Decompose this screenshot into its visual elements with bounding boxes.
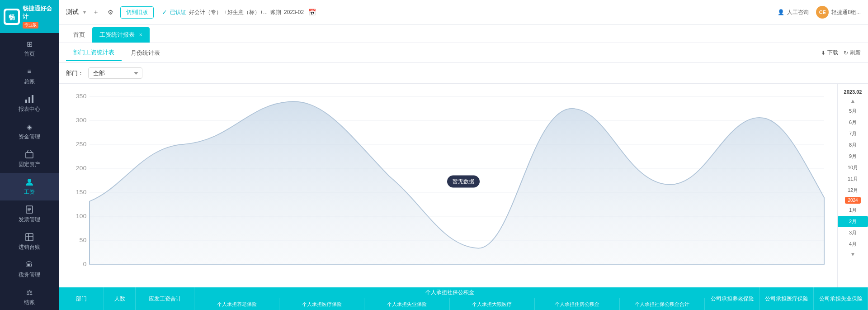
refresh-icon: ↻: [844, 50, 848, 56]
timeline-month-12[interactable]: 12月: [838, 185, 868, 196]
chart-tooltip: 暂无数据: [447, 176, 480, 188]
svg-rect-5: [26, 153, 33, 158]
sidebar-item-reports[interactable]: 报表中心: [0, 90, 59, 118]
sidebar-label-tax: 税务管理: [19, 271, 40, 279]
timeline-month-4[interactable]: 4月: [838, 238, 868, 250]
settings-gear-icon[interactable]: ⚙: [105, 7, 116, 18]
logo-icon: 畅: [4, 9, 20, 25]
product-tag2: +好生意（标）+...: [224, 9, 268, 16]
user-profile[interactable]: CE 轻捷通8组...: [816, 6, 861, 19]
col-group-individual-subs: 个人承担养老保险 个人承担医疗保险 个人承担失业保险 个人承担大额医疗 个人承担…: [194, 298, 705, 310]
col-headcount: 人数: [104, 287, 136, 310]
certified-check-icon: ✓: [162, 9, 167, 16]
svg-text:200: 200: [76, 165, 87, 172]
col-individual-pension: 个人承担养老保险: [194, 298, 279, 310]
subtab-bar: 部门工资统计表 月份统计表 ⬇ 下载 ↻ 刷新: [59, 43, 868, 63]
timeline-current-year: 2024: [845, 197, 860, 204]
timeline-month-10[interactable]: 10月: [838, 162, 868, 173]
sidebar-item-tax[interactable]: 🏛 税务管理: [0, 256, 59, 283]
sidebar-item-salary[interactable]: 工资: [0, 173, 59, 200]
sidebar-item-invoice[interactable]: 发票管理: [0, 200, 59, 228]
sidebar-label-funds: 资金管理: [19, 133, 40, 141]
timeline-month-11[interactable]: 11月: [838, 173, 868, 185]
sidebar: 畅 畅捷通好会计 专业版 ⊞ 首页 ≡ 总账 报表中心 ◈ 资金管理: [0, 0, 59, 310]
sidebar-label-ledger: 总账: [24, 78, 35, 86]
tab-close-icon[interactable]: ×: [139, 32, 142, 38]
col-dept: 部门: [59, 287, 104, 310]
help-icon: 👤: [778, 9, 784, 15]
tabbar: 首页 工资统计报表 ×: [59, 25, 868, 43]
svg-point-6: [28, 179, 31, 182]
sidebar-item-ledger[interactable]: ≡ 总账: [0, 62, 59, 90]
tab-home[interactable]: 首页: [66, 27, 92, 43]
sidebar-item-home[interactable]: ⊞ 首页: [0, 35, 59, 62]
switch-old-btn[interactable]: 切到旧版: [120, 6, 154, 19]
topbar: 测试 ▾ ＋ ⚙ 切到旧版 ✓ 已认证 好会计（专） +好生意（标）+... 账…: [59, 0, 868, 25]
period-label: 账期: [270, 9, 281, 16]
sidebar-label-sales: 进销台账: [19, 243, 40, 251]
col-total-salary: 应发工资合计: [136, 287, 194, 310]
download-btn[interactable]: ⬇ 下载: [821, 49, 838, 57]
subtab-monthly-stats[interactable]: 月份统计表: [123, 45, 167, 61]
timeline-month-1[interactable]: 1月: [838, 205, 868, 216]
svg-text:100: 100: [76, 213, 87, 219]
subtab-dept-stats[interactable]: 部门工资统计表: [66, 45, 122, 61]
dept-filter-label: 部门：: [66, 69, 84, 77]
sidebar-item-sales[interactable]: 进销台账: [0, 228, 59, 256]
sidebar-label-close-period: 结账: [24, 299, 35, 306]
logo-badge: 专业版: [23, 22, 38, 29]
col-company-medical: 公司承担医疗保险: [760, 287, 814, 310]
tax-icon: 🏛: [25, 260, 34, 269]
timeline-up-arrow[interactable]: ▲: [849, 96, 858, 105]
svg-text:150: 150: [76, 189, 87, 196]
svg-rect-2: [25, 100, 27, 103]
timeline-month-7[interactable]: 7月: [838, 128, 868, 139]
sidebar-item-funds[interactable]: ◈ 资金管理: [0, 118, 59, 145]
timeline-month-3[interactable]: 3月: [838, 227, 868, 238]
refresh-btn[interactable]: ↻ 刷新: [844, 49, 861, 57]
sidebar-logo: 畅 畅捷通好会计 专业版: [0, 0, 59, 33]
timeline-month-9[interactable]: 9月: [838, 151, 868, 162]
timeline-down-arrow[interactable]: ▼: [849, 250, 858, 259]
help-label: 人工咨询: [787, 9, 809, 16]
calendar-icon[interactable]: 📅: [307, 7, 317, 18]
chart-container: 350 300 250 200 150 100 50 0: [59, 84, 868, 287]
svg-rect-3: [28, 97, 30, 103]
dropdown-arrow-icon[interactable]: ▾: [83, 9, 86, 15]
col-individual-total: 个人承担社保公积金合计: [620, 298, 705, 310]
sidebar-label-salary: 工资: [24, 188, 35, 196]
period-value: 2023-02: [284, 9, 304, 15]
svg-text:0: 0: [83, 261, 87, 267]
sidebar-label-home: 首页: [24, 50, 35, 58]
filter-bar: 部门： 全部 财务部 销售部 技术部: [59, 63, 868, 84]
sidebar-item-assets[interactable]: 固定资产: [0, 145, 59, 173]
subtab-left: 部门工资统计表 月份统计表: [66, 45, 167, 61]
logo-text-block: 畅捷通好会计 专业版: [23, 5, 55, 29]
help-btn[interactable]: 👤 人工咨询: [778, 9, 809, 16]
sidebar-label-reports: 报表中心: [19, 105, 40, 113]
funds-icon: ◈: [25, 122, 34, 131]
svg-text:畅: 畅: [9, 14, 15, 21]
tab-salary-report[interactable]: 工资统计报表 ×: [92, 27, 150, 43]
timeline-month-6[interactable]: 6月: [838, 117, 868, 128]
col-company-pension: 公司承担养老保险: [705, 287, 760, 310]
avatar: CE: [816, 6, 829, 19]
col-company-unemployment: 公司承担失业保险: [814, 287, 868, 310]
download-icon: ⬇: [821, 50, 826, 56]
svg-text:300: 300: [76, 117, 87, 124]
add-icon[interactable]: ＋: [90, 7, 101, 18]
col-group-individual: 个人承担社保公积金 个人承担养老保险 个人承担医疗保险 个人承担失业保险 个人承…: [194, 287, 705, 310]
svg-rect-4: [32, 95, 33, 103]
home-icon: ⊞: [25, 39, 34, 48]
page-content: 部门工资统计表 月份统计表 ⬇ 下载 ↻ 刷新 部门： 全: [59, 43, 868, 310]
timeline-month-8[interactable]: 8月: [838, 139, 868, 151]
sidebar-item-close-period[interactable]: ⚖ 结账: [0, 283, 59, 310]
timeline-month-5[interactable]: 5月: [838, 105, 868, 117]
svg-text:350: 350: [76, 93, 87, 100]
timeline-month-2-active[interactable]: 2月: [838, 216, 868, 227]
product-tag1: 好会计（专）: [189, 9, 222, 16]
subtab-right: ⬇ 下载 ↻ 刷新: [821, 49, 861, 57]
ledger-icon: ≡: [25, 67, 34, 76]
dept-filter-select[interactable]: 全部 财务部 销售部 技术部: [88, 67, 142, 79]
topbar-tags: ✓ 已认证 好会计（专） +好生意（标）+... 账期 2023-02 📅: [162, 7, 317, 18]
